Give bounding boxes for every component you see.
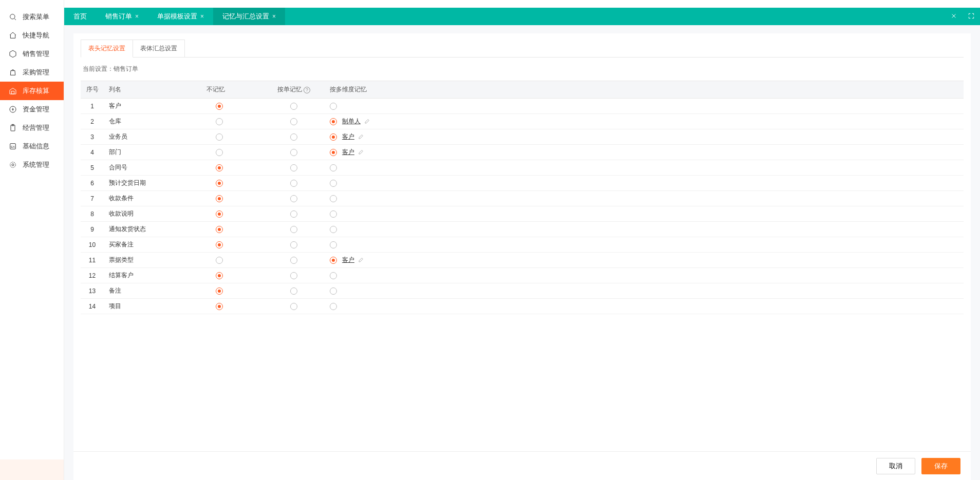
table-row: 3业务员客户 (81, 129, 964, 145)
help-icon[interactable]: ? (304, 87, 310, 93)
settings-gear-button[interactable] (0, 459, 32, 480)
sidebar-item-4[interactable]: 库存核算 (0, 82, 64, 100)
row-index: 8 (81, 206, 104, 222)
current-setting: 当前设置：销售订单 (73, 57, 971, 81)
radio-no-remember[interactable] (216, 287, 223, 295)
radio-by-dim[interactable] (330, 257, 337, 264)
radio-by-dim[interactable] (330, 118, 337, 125)
radio-by-order[interactable] (290, 210, 297, 218)
edit-icon[interactable] (357, 256, 364, 263)
row-index: 2 (81, 114, 104, 129)
collapse-sidebar-button[interactable] (32, 459, 64, 480)
radio-by-order[interactable] (290, 149, 297, 156)
radio-no-remember[interactable] (216, 164, 223, 171)
radio-no-remember[interactable] (216, 257, 223, 264)
search-icon (8, 12, 17, 22)
col-header-by-dim: 按多维度记忆 (325, 81, 964, 99)
table-row: 9通知发货状态 (81, 222, 964, 237)
radio-no-remember[interactable] (216, 226, 223, 233)
radio-by-order[interactable] (290, 287, 297, 295)
radio-by-dim[interactable] (330, 133, 337, 141)
radio-no-remember[interactable] (216, 103, 223, 110)
radio-by-dim[interactable] (330, 226, 337, 233)
sidebar-item-0[interactable]: 搜索菜单 (0, 8, 64, 26)
radio-no-remember[interactable] (216, 118, 223, 125)
tab-close-icon[interactable]: × (135, 13, 139, 20)
table-row: 11票据类型客户 (81, 253, 964, 268)
edit-icon[interactable] (357, 148, 364, 156)
save-button[interactable]: 保存 (921, 458, 960, 474)
radio-no-remember[interactable] (216, 133, 223, 141)
fullscreen-button[interactable] (963, 8, 980, 25)
radio-by-order[interactable] (290, 180, 297, 187)
radio-by-dim[interactable] (330, 195, 337, 202)
radio-by-dim[interactable] (330, 103, 337, 110)
radio-by-order[interactable] (290, 226, 297, 233)
sidebar-item-3[interactable]: 采购管理 (0, 63, 64, 82)
sidebar-item-5[interactable]: 资金管理 (0, 100, 64, 119)
tab-1[interactable]: 销售订单× (96, 8, 148, 25)
sidebar-item-7[interactable]: EA基础信息 (0, 137, 64, 156)
radio-by-dim[interactable] (330, 210, 337, 218)
sidebar-item-2[interactable]: 销售管理 (0, 45, 64, 63)
radio-no-remember[interactable] (216, 303, 223, 310)
tab-close-icon[interactable]: × (200, 13, 204, 20)
dimension-label[interactable]: 客户 (342, 256, 354, 263)
radio-no-remember[interactable] (216, 149, 223, 156)
row-field-name: 业务员 (104, 129, 201, 145)
radio-by-order[interactable] (290, 195, 297, 202)
radio-by-order[interactable] (290, 303, 297, 310)
sidebar-item-8[interactable]: 系统管理 (0, 156, 64, 174)
sidebar-item-label: 快捷导航 (23, 31, 49, 40)
tab-3[interactable]: 记忆与汇总设置× (213, 8, 285, 25)
radio-by-order[interactable] (290, 133, 297, 141)
row-index: 3 (81, 129, 104, 145)
radio-no-remember[interactable] (216, 241, 223, 248)
edit-icon[interactable] (357, 133, 364, 140)
radio-by-dim[interactable] (330, 164, 337, 171)
table-row: 7收款条件 (81, 191, 964, 206)
radio-by-dim[interactable] (330, 149, 337, 156)
row-index: 5 (81, 160, 104, 176)
tab-close-icon[interactable]: × (272, 13, 276, 20)
sidebar-item-label: 采购管理 (23, 68, 49, 77)
sidebar-item-6[interactable]: 经营管理 (0, 119, 64, 137)
row-index: 4 (81, 145, 104, 160)
sub-tab-0[interactable]: 表头记忆设置 (81, 40, 133, 57)
svg-point-0 (10, 14, 15, 19)
row-index: 10 (81, 237, 104, 253)
row-index: 9 (81, 222, 104, 237)
radio-by-dim[interactable] (330, 241, 337, 248)
radio-by-order[interactable] (290, 272, 297, 279)
tab-0[interactable]: 首页 (64, 8, 96, 25)
radio-no-remember[interactable] (216, 180, 223, 187)
row-field-name: 收款条件 (104, 191, 201, 206)
radio-no-remember[interactable] (216, 272, 223, 279)
radio-by-dim[interactable] (330, 272, 337, 279)
row-field-name: 票据类型 (104, 253, 201, 268)
current-setting-label: 当前设置： (83, 65, 114, 72)
edit-icon[interactable] (364, 118, 370, 125)
dimension-label[interactable]: 制单人 (342, 118, 361, 125)
radio-by-dim[interactable] (330, 180, 337, 187)
sidebar-item-label: 搜索菜单 (23, 12, 49, 22)
radio-by-order[interactable] (290, 103, 297, 110)
row-index: 6 (81, 176, 104, 191)
radio-by-order[interactable] (290, 241, 297, 248)
sidebar-item-1[interactable]: 快捷导航 (0, 26, 64, 45)
dimension-label[interactable]: 客户 (342, 148, 354, 156)
row-index: 14 (81, 299, 104, 314)
sub-tab-1[interactable]: 表体汇总设置 (133, 40, 185, 57)
radio-by-order[interactable] (290, 257, 297, 264)
dimension-label[interactable]: 客户 (342, 133, 354, 140)
cancel-button[interactable]: 取消 (876, 458, 915, 474)
radio-by-order[interactable] (290, 164, 297, 171)
radio-no-remember[interactable] (216, 195, 223, 202)
radio-no-remember[interactable] (216, 210, 223, 218)
tab-2[interactable]: 单据模板设置× (148, 8, 213, 25)
close-all-tabs-button[interactable] (945, 8, 963, 25)
radio-by-dim[interactable] (330, 303, 337, 310)
radio-by-dim[interactable] (330, 287, 337, 295)
radio-by-order[interactable] (290, 118, 297, 125)
table-row: 5合同号 (81, 160, 964, 176)
